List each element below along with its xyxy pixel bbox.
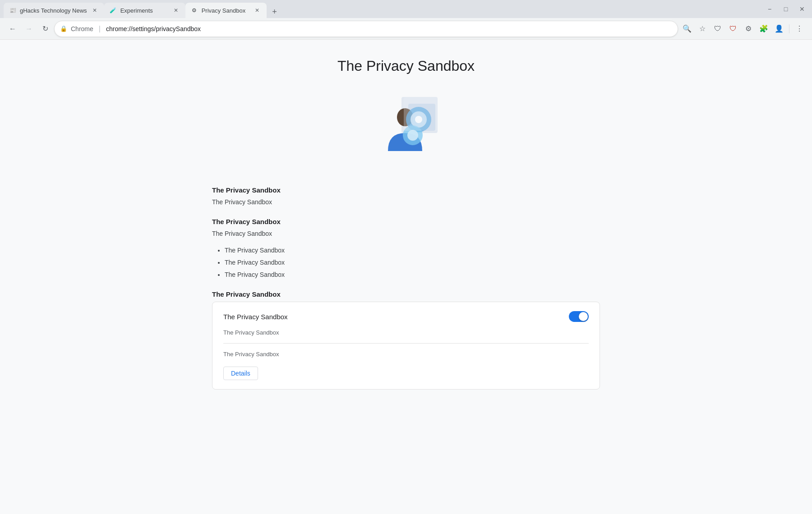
extension-icon-1[interactable]: 🛡 — [710, 22, 725, 36]
tab-experiments[interactable]: 🧪 Experiments ✕ — [104, 3, 185, 18]
tab-privacy-sandbox[interactable]: ⚙ Privacy Sandbox ✕ — [185, 3, 267, 18]
toggle-row: The Privacy Sandbox — [223, 311, 589, 322]
menu-icon[interactable]: ⋮ — [792, 22, 807, 36]
extension-icon-2[interactable]: 🛡 — [726, 22, 740, 36]
refresh-button[interactable]: ↻ — [38, 22, 52, 36]
settings-container: The Privacy Sandbox — [203, 40, 609, 514]
page-content: The Privacy Sandbox — [0, 40, 812, 514]
tab-strip: 📰 gHacks Technology News ✕ 🧪 Experiments… — [4, 0, 763, 18]
toolbar: ← → ↻ 🔒 Chrome | chrome://settings/priva… — [0, 18, 812, 40]
section-1: The Privacy Sandbox The Privacy Sandbox — [212, 186, 600, 207]
privacy-illustration — [370, 92, 442, 165]
toolbar-divider — [789, 24, 789, 33]
svg-rect-8 — [404, 97, 438, 131]
bullet-list: The Privacy Sandbox The Privacy Sandbox … — [212, 246, 600, 280]
back-button[interactable]: ← — [5, 22, 20, 36]
bullet-item-1: The Privacy Sandbox — [225, 246, 600, 255]
address-bar[interactable]: 🔒 Chrome | chrome://settings/privacySand… — [54, 21, 678, 37]
tab-privacy-sandbox-title: Privacy Sandbox — [202, 7, 249, 14]
maximize-button[interactable]: □ — [780, 3, 792, 15]
toolbar-actions: 🔍 ☆ 🛡 🛡 ⚙ 🧩 👤 ⋮ — [680, 22, 807, 36]
tab-experiments-favicon: 🧪 — [110, 7, 117, 14]
new-tab-button[interactable]: + — [268, 5, 281, 18]
minimize-button[interactable]: − — [763, 3, 776, 15]
tab-ghacks-close[interactable]: ✕ — [91, 6, 99, 14]
toggle-label: The Privacy Sandbox — [223, 313, 288, 321]
details-button[interactable]: Details — [223, 367, 258, 380]
toggle-card: The Privacy Sandbox The Privacy Sandbox … — [212, 302, 600, 390]
bookmark-icon[interactable]: ☆ — [695, 22, 710, 36]
extension-icon-4[interactable]: 🧩 — [757, 22, 771, 36]
section2-heading: The Privacy Sandbox — [212, 218, 600, 225]
tab-ghacks-title: gHacks Technology News — [20, 7, 87, 14]
profile-icon[interactable]: 👤 — [772, 22, 786, 36]
address-separator: | — [99, 25, 101, 33]
address-url: chrome://settings/privacySandbox — [106, 25, 672, 32]
tab-ghacks[interactable]: 📰 gHacks Technology News ✕ — [4, 3, 104, 18]
extension-icon-3[interactable]: ⚙ — [741, 22, 756, 36]
close-button[interactable]: ✕ — [796, 3, 808, 15]
tab-privacy-sandbox-close[interactable]: ✕ — [253, 6, 261, 14]
title-bar: 📰 gHacks Technology News ✕ 🧪 Experiments… — [0, 0, 812, 18]
section1-body: The Privacy Sandbox — [212, 197, 600, 207]
bullet-item-3: The Privacy Sandbox — [225, 270, 600, 280]
address-secure-icon: 🔒 — [60, 25, 67, 32]
section3-heading: The Privacy Sandbox — [212, 290, 600, 298]
forward-button: → — [22, 22, 36, 36]
page-title: The Privacy Sandbox — [212, 58, 600, 74]
illustration — [212, 92, 600, 165]
tab-experiments-title: Experiments — [120, 7, 168, 14]
svg-point-7 — [407, 130, 418, 141]
tab-privacy-sandbox-favicon: ⚙ — [191, 7, 198, 14]
toggle-subdesc: The Privacy Sandbox — [223, 351, 589, 358]
privacy-sandbox-toggle[interactable] — [569, 311, 589, 322]
toggle-desc: The Privacy Sandbox — [223, 329, 589, 344]
section1-heading: The Privacy Sandbox — [212, 186, 600, 194]
search-icon[interactable]: 🔍 — [680, 22, 694, 36]
tab-experiments-close[interactable]: ✕ — [172, 6, 180, 14]
section-2: The Privacy Sandbox The Privacy Sandbox … — [212, 218, 600, 280]
tab-ghacks-favicon: 📰 — [9, 7, 16, 14]
window-controls: − □ ✕ — [763, 3, 808, 15]
section2-body: The Privacy Sandbox — [212, 229, 600, 239]
address-chrome-label: Chrome — [71, 25, 93, 32]
bullet-item-2: The Privacy Sandbox — [225, 258, 600, 267]
